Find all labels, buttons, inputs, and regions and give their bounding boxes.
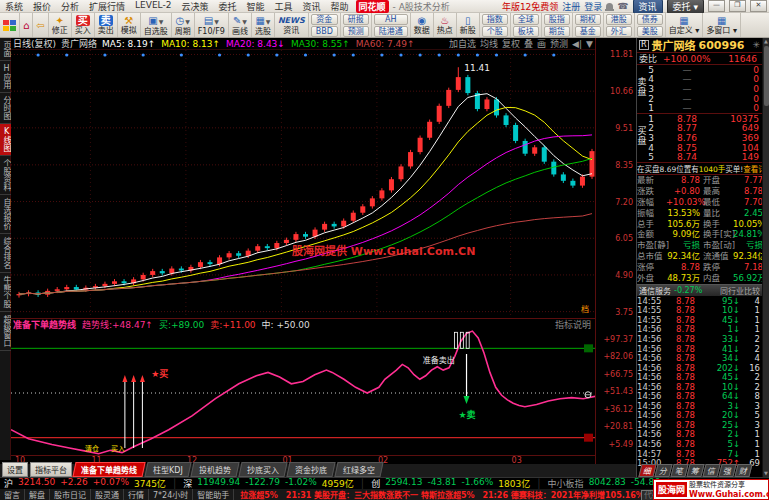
- quote-stock-name[interactable]: 贵广网络: [652, 38, 696, 53]
- industry-name-link[interactable]: 通信服务: [639, 285, 671, 296]
- restore-button[interactable]: ❐: [729, 0, 746, 12]
- stockpick-dropdown[interactable]: ▦▼选股: [252, 13, 275, 37]
- multiwindow-dropdown[interactable]: ▦多窗口 ▾: [703, 13, 741, 37]
- options-funds-bottom-button[interactable]: 基金: [575, 26, 601, 37]
- f10-dropdown[interactable]: ▤▼F10/F9: [195, 13, 229, 37]
- tab-资金抄底[interactable]: 资金抄底: [286, 462, 335, 477]
- bottom-link-股灵通[interactable]: 股灵通: [91, 489, 124, 500]
- bottom-link-股市日记[interactable]: 股市日记: [50, 489, 91, 500]
- sidebar-item-牛熊个股[interactable]: 牛熊个股: [0, 273, 11, 312]
- sidebar-item-综合排名[interactable]: 综合排名: [0, 234, 11, 273]
- news-button[interactable]: NEWS资讯: [275, 13, 309, 37]
- chart-tool-画[interactable]: 画: [537, 38, 546, 50]
- back-button[interactable]: ⇦: [33, 13, 48, 37]
- login-link[interactable]: 登录: [584, 0, 602, 13]
- data-button[interactable]: ◉数据: [411, 13, 434, 37]
- info-marker[interactable]: 档: [581, 303, 589, 314]
- report-forecast-top-button[interactable]: 研报: [343, 14, 369, 25]
- menu-系统[interactable]: 系统: [0, 0, 28, 13]
- menu-智能[interactable]: 智能: [241, 0, 269, 13]
- report-forecast-bottom-button[interactable]: 预测: [343, 26, 369, 37]
- sidebar-item-分时图[interactable]: 分时图: [0, 93, 11, 124]
- close-button[interactable]: ✕: [750, 0, 767, 12]
- sidebar-item-K线图[interactable]: K线图: [0, 124, 11, 156]
- quote-tab-财[interactable]: 财: [734, 464, 752, 477]
- global-sector-bottom-button[interactable]: 板块: [513, 26, 539, 37]
- chart-tool-加自选[interactable]: 加自选: [449, 38, 476, 50]
- scroll-thumb[interactable]: [764, 46, 769, 106]
- menu-云决策[interactable]: 云决策: [176, 0, 213, 13]
- quote-scrollbar[interactable]: ▲ ▼: [762, 38, 769, 477]
- chart-tool-◀|[interactable]: ◀|: [572, 39, 582, 49]
- ah-hk-bottom-button[interactable]: 陆港通: [374, 26, 408, 37]
- index-item-深[interactable]: 深11949.94-122.79-1.02%4959亿: [183, 477, 353, 489]
- menu-委托[interactable]: 委托: [213, 0, 241, 13]
- sidebar-item-页面[interactable]: 页面: [0, 38, 11, 61]
- correct-button[interactable]: ✦修正: [49, 13, 72, 37]
- menu-扩展行情[interactable]: 扩展行情: [84, 0, 130, 13]
- menu-工具[interactable]: 工具: [269, 0, 297, 13]
- bottom-link-留言[interactable]: 留言: [0, 489, 25, 500]
- tab-红绿多空[interactable]: 红绿多空: [334, 462, 383, 477]
- bonds-us-bottom-button[interactable]: 美股: [637, 26, 663, 37]
- minimize-button[interactable]: —: [708, 0, 725, 12]
- index-item-中小板指[interactable]: 中小板指8042.83-54.86: [548, 477, 660, 489]
- ah-hk-top-button[interactable]: AH: [374, 14, 408, 25]
- watchlist-dropdown[interactable]: ▣▼自选股: [141, 13, 172, 37]
- index-item-创[interactable]: 创2594.13-43.81-1.66%1803亿: [371, 477, 530, 489]
- promo-link[interactable]: 年版12免费领: [502, 0, 558, 13]
- news-button[interactable]: 资讯: [633, 0, 663, 14]
- chart-tool-▼[interactable]: ▼: [586, 39, 593, 49]
- bottom-link-解盘[interactable]: 解盘: [25, 489, 50, 500]
- buy-button[interactable]: 买买入: [72, 13, 95, 37]
- global-sector-top-button[interactable]: 全球: [513, 14, 539, 25]
- indexfut-futures-top-button[interactable]: 股指: [544, 14, 570, 25]
- period-dropdown[interactable]: ◷▼周期: [172, 13, 195, 37]
- menu-报价[interactable]: 报价: [28, 0, 56, 13]
- sidebar-item-H应用[interactable]: H应用: [0, 61, 11, 93]
- button-指标平台[interactable]: 指标平台: [30, 462, 72, 477]
- sell-button[interactable]: 卖卖出: [95, 13, 118, 37]
- hotspot-button[interactable]: ♨热点: [434, 13, 457, 37]
- gear-icon[interactable]: ✳: [752, 40, 760, 50]
- palette-icon[interactable]: [0, 13, 20, 37]
- button-设置[interactable]: 设置: [2, 462, 28, 477]
- drawline-dropdown[interactable]: ✎▼画线: [229, 13, 252, 37]
- bonds-us-top-button[interactable]: 债券: [637, 14, 663, 25]
- hk-forex-bottom-button[interactable]: 外汇: [606, 26, 632, 37]
- options-funds-top-button[interactable]: 期权: [575, 14, 601, 25]
- bottom-link-7*24小时[interactable]: 7*24小时: [149, 489, 193, 500]
- chart-tool-预测[interactable]: 预测: [550, 38, 568, 50]
- sidebar-item-个股资料[interactable]: 个股资料: [0, 156, 11, 195]
- scroll-up-icon[interactable]: ▲: [763, 38, 769, 45]
- sidebar-item-超级窗口[interactable]: 超级窗口: [0, 312, 11, 351]
- chart-tool-叠[interactable]: 叠: [524, 38, 533, 50]
- funds-bbd-bottom-button[interactable]: BBD: [311, 26, 338, 37]
- newstock-button[interactable]: ▯新股: [457, 13, 480, 37]
- custom-dropdown[interactable]: ▦自定义 ▾: [666, 13, 704, 37]
- bell-icon[interactable]: [606, 3, 613, 9]
- sidebar-item-自选报价[interactable]: 自选报价: [0, 195, 11, 234]
- funds-bbd-top-button[interactable]: 资金: [311, 14, 338, 25]
- order-notice[interactable]: 在买盘8.69位置有1040手买单! 查看详细: [637, 162, 762, 175]
- indexfut-futures-bottom-button[interactable]: 期货: [544, 26, 570, 37]
- index-stock-bottom-button[interactable]: 个股: [482, 26, 508, 37]
- tab-抄底买入[interactable]: 抄底买入: [238, 462, 287, 477]
- tab-柱型KDJ[interactable]: 柱型KDJ: [144, 462, 191, 477]
- chart-period[interactable]: 日线(复权): [11, 38, 56, 50]
- menu-LEVEL-2[interactable]: LEVEL-2: [130, 0, 176, 13]
- register-link[interactable]: 注册: [562, 0, 580, 13]
- index-item-沪[interactable]: 沪3214.50+2.26+0.07%3745亿: [4, 477, 166, 489]
- industry-compare-link[interactable]: 同行业比较: [720, 285, 760, 296]
- menu-分析[interactable]: 分析: [56, 0, 84, 13]
- tab-投机趋势[interactable]: 投机趋势: [190, 462, 239, 477]
- bottom-link-行情[interactable]: 行情: [124, 489, 149, 500]
- headset-icon[interactable]: ☎: [617, 2, 628, 11]
- kline-chart[interactable]: 11.41: [11, 50, 595, 318]
- simulate-button[interactable]: ⚒模拟: [118, 13, 141, 37]
- menu-帮助[interactable]: 帮助: [326, 0, 354, 13]
- trade-button[interactable]: 委托 ▾: [667, 0, 704, 14]
- chart-tool-复权[interactable]: 复权: [502, 38, 520, 50]
- index-stock-top-button[interactable]: 指数: [482, 14, 508, 25]
- menu-资讯[interactable]: 资讯: [298, 0, 326, 13]
